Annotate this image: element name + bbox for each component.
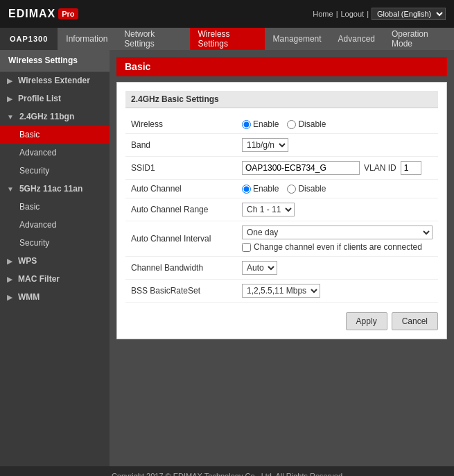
- arrow-icon: ▶: [7, 275, 12, 283]
- button-row: Apply Cancel: [125, 312, 438, 330]
- channel-interval-row: Auto Channel Interval One day Change cha…: [125, 221, 438, 257]
- header-right: Home | Logout | Global (English): [313, 8, 446, 20]
- logo-pro: Pro: [58, 8, 78, 19]
- bss-row: BSS BasicRateSet 1,2,5.5,11 Mbps: [125, 280, 438, 303]
- logo-text: EDIMAX: [8, 8, 55, 20]
- wireless-radio-group: Enable Disable: [242, 119, 433, 129]
- ssid1-input[interactable]: [242, 161, 360, 175]
- arrow-icon: ▶: [7, 294, 12, 301]
- content-area: Basic 2.4GHz Basic Settings Wireless Ena…: [110, 50, 454, 466]
- vlan-label: VLAN ID: [364, 163, 396, 173]
- sidebar-item-wps[interactable]: ▶ WPS: [0, 252, 110, 270]
- band-label: Band: [125, 134, 236, 157]
- band-row: Band 11b/g/n: [125, 134, 438, 157]
- sidebar-header: Wireless Settings: [0, 50, 110, 71]
- channel-range-select[interactable]: Ch 1 - 11: [242, 203, 295, 216]
- channel-range-label: Auto Channel Range: [125, 198, 236, 221]
- sidebar: Wireless Settings ▶ Wireless Extender ▶ …: [0, 50, 110, 466]
- channel-interval-select[interactable]: One day: [242, 226, 433, 239]
- wireless-enable-label: Enable: [242, 119, 279, 129]
- channel-interval-label: Auto Channel Interval: [125, 221, 236, 257]
- header: EDIMAX Pro Home | Logout | Global (Engli…: [0, 0, 454, 28]
- footer-text: Copyright 2017 © EDIMAX Technology Co., …: [112, 472, 342, 476]
- change-channel-checkbox[interactable]: [242, 243, 251, 252]
- vlan-input[interactable]: [401, 161, 421, 175]
- wireless-disable-label: Disable: [287, 119, 326, 129]
- auto-channel-row: Auto Channel Enable Disable: [125, 180, 438, 198]
- sidebar-item-wmm[interactable]: ▶ WMM: [0, 288, 110, 306]
- sidebar-item-basic-5ghz[interactable]: Basic: [0, 198, 110, 216]
- ssid1-row: SSID1 VLAN ID: [125, 157, 438, 180]
- sidebar-item-basic-2ghz[interactable]: Basic: [0, 126, 110, 144]
- nav-logout-link[interactable]: Logout: [340, 10, 364, 18]
- cancel-button[interactable]: Cancel: [392, 312, 438, 330]
- nav-network-settings[interactable]: Network Settings: [116, 28, 189, 50]
- sidebar-item-profile-list[interactable]: ▶ Profile List: [0, 90, 110, 108]
- ssid1-label: SSID1: [125, 157, 236, 180]
- bandwidth-row: Channel Bandwidth Auto: [125, 257, 438, 280]
- logo: EDIMAX Pro: [8, 8, 78, 20]
- wireless-label: Wireless: [125, 115, 236, 134]
- bss-select[interactable]: 1,2,5.5,11 Mbps: [242, 284, 320, 298]
- navbar-brand: OAP1300: [0, 28, 58, 50]
- auto-channel-enable-radio[interactable]: [242, 185, 251, 194]
- sidebar-item-wireless-extender[interactable]: ▶ Wireless Extender: [0, 71, 110, 90]
- footer: Copyright 2017 © EDIMAX Technology Co., …: [0, 466, 454, 476]
- page-title: Basic: [116, 57, 447, 76]
- bandwidth-label: Channel Bandwidth: [125, 257, 236, 280]
- ssid-vlan-group: VLAN ID: [242, 161, 433, 175]
- section-title: 2.4GHz Basic Settings: [125, 91, 438, 108]
- nav-wireless-settings[interactable]: Wireless Settings: [190, 28, 265, 50]
- arrow-icon: ▼: [7, 185, 14, 193]
- sidebar-item-mac-filter[interactable]: ▶ MAC Filter: [0, 270, 110, 288]
- section-box: 2.4GHz Basic Settings Wireless Enable D: [116, 82, 447, 339]
- sidebar-item-security-5ghz[interactable]: Security: [0, 234, 110, 252]
- auto-channel-disable-radio[interactable]: [287, 185, 296, 194]
- navbar: OAP1300 Information Network Settings Wir…: [0, 28, 454, 50]
- auto-channel-radio-group: Enable Disable: [242, 184, 433, 194]
- auto-channel-label: Auto Channel: [125, 180, 236, 198]
- main-layout: Wireless Settings ▶ Wireless Extender ▶ …: [0, 50, 454, 466]
- arrow-icon: ▶: [7, 257, 12, 265]
- auto-channel-enable-label: Enable: [242, 184, 279, 194]
- sidebar-item-5ghz[interactable]: ▼ 5GHz 11ac 11an: [0, 180, 110, 198]
- wireless-enable-radio[interactable]: [242, 120, 251, 129]
- arrow-icon: ▼: [7, 113, 14, 121]
- bss-label: BSS BasicRateSet: [125, 280, 236, 303]
- sidebar-item-2ghz[interactable]: ▼ 2.4GHz 11bgn: [0, 108, 110, 126]
- change-channel-label: Change channel even if clients are conne…: [254, 242, 422, 252]
- nav-home-link[interactable]: Home: [313, 10, 333, 18]
- wireless-disable-radio[interactable]: [287, 120, 296, 129]
- sidebar-item-security-2ghz[interactable]: Security: [0, 162, 110, 180]
- nav-operation-mode[interactable]: Operation Mode: [383, 28, 454, 50]
- auto-channel-disable-label: Disable: [287, 184, 326, 194]
- arrow-icon: ▶: [7, 95, 12, 103]
- band-select[interactable]: 11b/g/n: [242, 138, 288, 152]
- apply-button[interactable]: Apply: [346, 312, 387, 330]
- wireless-row: Wireless Enable Disable: [125, 115, 438, 134]
- sidebar-item-advanced-2ghz[interactable]: Advanced: [0, 144, 110, 162]
- nav-information[interactable]: Information: [58, 28, 116, 50]
- nav-management[interactable]: Management: [265, 28, 330, 50]
- change-channel-row: Change channel even if clients are conne…: [242, 242, 433, 252]
- bandwidth-select[interactable]: Auto: [242, 261, 277, 275]
- sidebar-item-advanced-5ghz[interactable]: Advanced: [0, 216, 110, 234]
- language-select[interactable]: Global (English): [372, 8, 446, 20]
- channel-range-row: Auto Channel Range Ch 1 - 11: [125, 198, 438, 221]
- arrow-icon: ▶: [7, 77, 12, 85]
- form-table: Wireless Enable Disable: [125, 115, 438, 303]
- nav-advanced[interactable]: Advanced: [330, 28, 383, 50]
